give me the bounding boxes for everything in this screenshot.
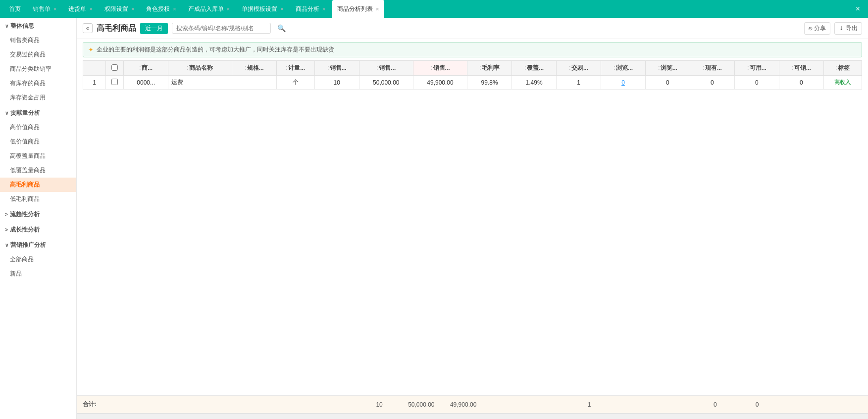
date-filter-button[interactable]: 近一月 [140,23,168,34]
col-transaction[interactable]: ⁚交易... [557,61,601,76]
footer-browse1 [610,401,652,408]
cell-sellable: 0 [779,76,823,90]
col-coverage[interactable]: ⁚覆盖... [512,61,557,76]
search-button[interactable]: 🔍 [275,22,288,35]
col-sellable[interactable]: ⁚可销... [779,61,823,76]
content-header: « 高毛利商品 近一月 🔍 ⎋ 分享 ⤓ 导出 [77,18,868,39]
sidebar-item-stock-capital[interactable]: 库存资金占用 [0,91,76,105]
col-browse2[interactable]: ⁚浏览... [645,61,690,76]
nav-home[interactable]: 首页 [4,0,26,18]
select-all-checkbox[interactable] [111,64,118,71]
sidebar-item-high-value-products[interactable]: 高价值商品 [0,120,76,135]
content-area: « 高毛利商品 近一月 🔍 ⎋ 分享 ⤓ 导出 ✦ 企业的主要的利润都是这部分商… [77,18,868,419]
footer-cells: 10 50,000.00 49,900.00 1 0 0 [106,401,862,408]
sidebar-section-general-info[interactable]: ∨ 整体信息 [0,18,76,33]
window-close-button[interactable]: × [852,4,864,13]
col-spec[interactable]: ⁚规格... [232,61,276,76]
main-layout: ∨ 整体信息 销售类商品 交易过的商品 商品分类助销率 有库存的商品 库存资金占… [0,18,868,419]
cell-gross-margin: 99.8% [467,76,512,90]
cell-browse1[interactable]: 0 [601,76,646,90]
col-sales-qty[interactable]: ⁚销售... [314,61,359,76]
col-checkbox[interactable] [106,61,124,76]
sidebar-item-low-margin-products[interactable]: 低毛利商品 [0,192,76,206]
nav-sales-order[interactable]: 销售单 × [28,0,61,18]
footer-sellable [778,401,820,408]
sidebar-section-trend-analysis[interactable]: > 流趋性分析 [0,206,76,222]
sidebar-item-low-value-products[interactable]: 低价值商品 [0,135,76,149]
nav-role-auth[interactable]: 角色授权 × [141,0,181,18]
nav-product-inbound[interactable]: 产成品入库单 × [183,0,235,18]
footer-totals-bar: 合计: 10 50,000.00 49,900.00 1 0 0 [77,395,868,413]
cell-current-stock: 0 [690,76,734,90]
footer-available: 0 [736,401,778,408]
sidebar-item-category-sales-rate[interactable]: 商品分类助销率 [0,62,76,76]
cell-coverage: 1.49% [512,76,557,90]
table-container[interactable]: ⁚商... ⁚商品名称 ⁚规格... ⁚计量... ⁚销售... [77,60,868,395]
share-icon: ⎋ [809,25,812,32]
search-input[interactable] [172,23,271,34]
col-current-stock[interactable]: ⁚现有... [690,61,734,76]
footer-sales-qty: 10 [358,401,401,408]
sidebar-item-low-coverage-products[interactable]: 低覆盖量商品 [0,163,76,178]
footer-checkbox [149,401,191,408]
close-icon[interactable]: × [227,6,230,12]
cell-browse2: 0 [645,76,690,90]
horizontal-scrollbar[interactable] [77,413,868,419]
sidebar-section-growth-analysis[interactable]: > 成长性分析 [0,222,76,237]
export-button[interactable]: ⤓ 导出 [834,22,862,35]
footer-code [191,401,233,408]
sidebar-section-marketing-analysis[interactable]: ∨ 营销推广分析 [0,237,76,252]
col-name[interactable]: ⁚商品名称 [168,61,232,76]
nav-permission-settings[interactable]: 权限设置 × [100,0,139,18]
nav-product-analysis[interactable]: 商品分析 × [291,0,330,18]
sidebar-item-all-products[interactable]: 全部商品 [0,252,76,267]
close-icon[interactable]: × [322,6,325,12]
close-icon[interactable]: × [131,6,134,12]
col-sales-amount[interactable]: ⁚销售... [359,61,413,76]
product-table: ⁚商... ⁚商品名称 ⁚规格... ⁚计量... ⁚销售... [83,60,862,90]
sidebar-item-high-margin-products[interactable]: 高毛利商品 [0,178,76,192]
chevron-down-icon: ∨ [5,110,8,116]
chevron-right-icon: > [5,212,8,217]
total-label: 合计: [83,400,97,409]
chevron-down-icon: ∨ [5,242,8,248]
table-row[interactable]: 1 0000... 运费 个 10 50,000.00 49,900.00 99… [83,76,862,90]
cell-unit: 个 [276,76,314,90]
sidebar-item-high-coverage-products[interactable]: 高覆盖量商品 [0,149,76,163]
sidebar-section-contribution-analysis[interactable]: ∨ 贡献量分析 [0,105,76,120]
col-gross-margin[interactable]: ⁚毛利率 [467,61,512,76]
cell-code: 0000... [124,76,168,90]
top-navigation: 首页 销售单 × 进货单 × 权限设置 × 角色授权 × 产成品入库单 × 单据… [0,0,868,18]
footer-sales-amount: 50,000.00 [400,401,442,408]
sidebar-collapse-button[interactable]: « [83,23,93,33]
nav-purchase-order[interactable]: 进货单 × [63,0,97,18]
cell-checkbox[interactable] [106,76,124,90]
sidebar-item-traded-products[interactable]: 交易过的商品 [0,47,76,62]
col-available[interactable]: ⁚可用... [734,61,779,76]
info-icon: ✦ [88,46,94,53]
table-header-row: ⁚商... ⁚商品名称 ⁚规格... ⁚计量... ⁚销售... [83,61,862,76]
close-icon[interactable]: × [376,6,379,12]
close-icon[interactable]: × [89,6,92,12]
sidebar-item-new-products[interactable]: 新品 [0,267,76,281]
col-browse1[interactable]: ⁚浏览... [601,61,646,76]
export-icon: ⤓ [839,25,844,32]
sidebar-item-sales-products[interactable]: 销售类商品 [0,33,76,47]
close-icon[interactable]: × [280,6,283,12]
share-button[interactable]: ⎋ 分享 [804,22,830,35]
cell-index: 1 [83,76,106,90]
col-unit[interactable]: ⁚计量... [276,61,314,76]
nav-product-analysis-list[interactable]: 商品分析列表 × [332,0,384,18]
chevron-right-icon: > [5,227,8,233]
close-icon[interactable]: × [173,6,176,12]
nav-template-settings[interactable]: 单据模板设置 × [237,0,288,18]
close-icon[interactable]: × [53,6,56,12]
footer-name [232,401,274,408]
page-title: 高毛利商品 [97,23,136,34]
col-code[interactable]: ⁚商... [124,61,168,76]
footer-current-stock: 0 [694,401,736,408]
sidebar-item-in-stock-products[interactable]: 有库存的商品 [0,76,76,91]
col-sales-profit[interactable]: ⁚销售... [413,61,467,76]
row-checkbox[interactable] [111,79,118,85]
col-tag[interactable]: ⁚标签 [823,61,862,76]
